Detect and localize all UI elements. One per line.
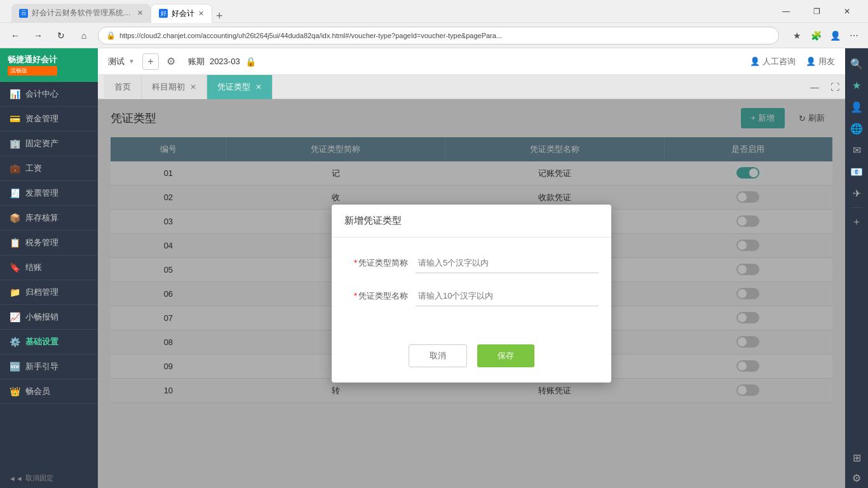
dashboard-icon: 📊 bbox=[9, 88, 20, 100]
header-settings-icon[interactable]: ⚙ bbox=[166, 55, 175, 67]
full-name-input[interactable] bbox=[416, 286, 599, 306]
rs-divider bbox=[850, 207, 863, 208]
tab-subject-close[interactable]: ✕ bbox=[190, 83, 196, 92]
sidebar-item-archive[interactable]: 📁 归档管理 bbox=[0, 280, 98, 305]
sidebar-item-label: 固定资产 bbox=[25, 138, 58, 149]
profile-icon[interactable]: 👤 bbox=[827, 28, 843, 43]
rs-search-icon[interactable]: 🔍 bbox=[846, 53, 867, 74]
sidebar-item-guide[interactable]: 🆕 新手引导 bbox=[0, 355, 98, 379]
tab2-favicon: 好 bbox=[159, 9, 168, 18]
more-icon[interactable]: ⋯ bbox=[846, 28, 862, 43]
new-tab-button[interactable]: + bbox=[216, 10, 223, 23]
consult-icon: 👤 bbox=[750, 57, 760, 66]
tab-home-label: 首页 bbox=[114, 81, 131, 93]
rs-add-icon[interactable]: ＋ bbox=[846, 212, 867, 232]
right-panel: 测试 ▼ + ⚙ 账期 2023-03 🔒 👤 人工咨询 👤 用友 bbox=[98, 48, 845, 488]
sidebar-item-tax[interactable]: 📋 税务管理 bbox=[0, 231, 98, 255]
sidebar-item-settings[interactable]: ⚙️ 基础设置 bbox=[0, 330, 98, 355]
sidebar-item-label: 库存核算 bbox=[25, 212, 58, 224]
sidebar-item-invoice[interactable]: 🧾 发票管理 bbox=[0, 181, 98, 206]
tab2-title: 好会计 bbox=[172, 8, 194, 19]
sidebar-item-fixed-assets[interactable]: 🏢 固定资产 bbox=[0, 132, 98, 156]
full-name-label: *凭证类型名称 bbox=[344, 290, 408, 302]
rs-settings-bottom-icon[interactable]: ⚙ bbox=[846, 468, 867, 488]
sidebar-item-salary[interactable]: 💼 工资 bbox=[0, 156, 98, 181]
dialog-footer: 取消 保存 bbox=[332, 334, 611, 383]
tab-maximize-button[interactable]: ⛶ bbox=[825, 77, 845, 97]
period-lock-icon[interactable]: 🔒 bbox=[245, 57, 256, 67]
rs-outlook-icon[interactable]: 📧 bbox=[846, 161, 867, 182]
user-label: 用友 bbox=[818, 56, 835, 67]
user-icon: 👤 bbox=[806, 57, 816, 66]
forward-button[interactable]: → bbox=[29, 27, 47, 44]
tab-home[interactable]: 首页 bbox=[104, 75, 142, 99]
rs-mail-icon[interactable]: ✉ bbox=[846, 140, 867, 160]
browser-tab-2[interactable]: 好 好会计 ✕ bbox=[151, 4, 212, 23]
tab-subject[interactable]: 科目期初 ✕ bbox=[142, 75, 207, 99]
tab-subject-label: 科目期初 bbox=[152, 81, 185, 93]
browser-title-bar: 云 好会计云财务软件管理系统_会计 ✕ 好 好会计 ✕ + — ❐ ✕ bbox=[0, 0, 868, 23]
tab1-close[interactable]: ✕ bbox=[137, 9, 143, 17]
company-selector[interactable]: 测试 ▼ bbox=[108, 56, 135, 67]
rs-user-icon[interactable]: 👤 bbox=[846, 97, 867, 117]
address-bar: ← → ↻ ⌂ 🔒 https://cloud2.chanjet.com/acc… bbox=[0, 23, 868, 48]
close-button[interactable]: ✕ bbox=[832, 0, 862, 23]
cancel-button[interactable]: 取消 bbox=[409, 344, 467, 367]
save-button[interactable]: 保存 bbox=[477, 344, 534, 367]
right-sidebar: 🔍 ★ 👤 🌐 ✉ 📧 ✈ ＋ ⊞ ⚙ bbox=[845, 48, 868, 488]
tab-voucher-type[interactable]: 凭证类型 ✕ bbox=[207, 75, 273, 99]
add-company-button[interactable]: + bbox=[142, 53, 159, 70]
unpin-icon: ◄◄ bbox=[9, 475, 23, 482]
form-row-short: *凭证类型简称 bbox=[344, 253, 599, 273]
home-button[interactable]: ⌂ bbox=[75, 27, 93, 44]
consult-label: 人工咨询 bbox=[763, 56, 796, 67]
sidebar-item-label: 发票管理 bbox=[25, 187, 58, 199]
sidebar-item-label: 会计中心 bbox=[25, 88, 58, 100]
dialog-body: *凭证类型简称 *凭证类型名称 bbox=[332, 238, 611, 334]
report-icon: 📈 bbox=[9, 311, 20, 323]
sidebar-item-dashboard[interactable]: 📊 会计中心 bbox=[0, 82, 98, 107]
settings-icon: ⚙️ bbox=[9, 336, 20, 348]
unpin-button[interactable]: ◄◄ 取消固定 bbox=[0, 468, 98, 488]
tab-voucher-type-close[interactable]: ✕ bbox=[255, 83, 262, 92]
consult-button[interactable]: 👤 人工咨询 bbox=[750, 56, 796, 67]
fixed-assets-icon: 🏢 bbox=[9, 138, 20, 149]
address-input[interactable]: 🔒 https://cloud2.chanjet.com/accounting/… bbox=[98, 27, 779, 44]
tab-minimize-button[interactable]: — bbox=[804, 77, 825, 97]
member-icon: 👑 bbox=[9, 386, 20, 397]
short-name-input[interactable] bbox=[416, 253, 599, 273]
sidebar-item-settlement[interactable]: 🔖 结账 bbox=[0, 255, 98, 280]
favorites-icon[interactable]: ★ bbox=[789, 28, 804, 43]
sidebar-item-label: 归档管理 bbox=[25, 287, 58, 298]
sidebar-item-member[interactable]: 👑 畅会员 bbox=[0, 379, 98, 404]
sidebar-item-inventory[interactable]: 📦 库存核算 bbox=[0, 206, 98, 231]
invoice-icon: 🧾 bbox=[9, 187, 20, 199]
rs-grid-icon[interactable]: ⊞ bbox=[846, 447, 867, 468]
tab-voucher-type-label: 凭证类型 bbox=[217, 81, 250, 93]
sidebar-item-capital[interactable]: 💳 资金管理 bbox=[0, 107, 98, 132]
tab1-title: 好会计云财务软件管理系统_会计 bbox=[32, 8, 133, 18]
rs-favorites-icon[interactable]: ★ bbox=[846, 75, 867, 95]
unpin-label: 取消固定 bbox=[25, 473, 53, 483]
settlement-icon: 🔖 bbox=[9, 262, 20, 273]
browser-tab-1[interactable]: 云 好会计云财务软件管理系统_会计 ✕ bbox=[11, 4, 151, 23]
tab2-close[interactable]: ✕ bbox=[198, 10, 204, 18]
logo-text: 畅捷通好会计 bbox=[8, 55, 57, 65]
minimize-button[interactable]: — bbox=[771, 0, 801, 23]
sidebar-logo[interactable]: 畅捷通好会计 流畅版 bbox=[0, 48, 98, 82]
reload-button[interactable]: ↻ bbox=[52, 27, 70, 44]
maximize-button[interactable]: ❐ bbox=[802, 0, 831, 23]
tab-controls: — ⛶ bbox=[804, 77, 845, 97]
sidebar-item-label: 畅会员 bbox=[25, 386, 50, 397]
company-dropdown-icon: ▼ bbox=[128, 58, 135, 65]
user-button[interactable]: 👤 用友 bbox=[806, 56, 835, 67]
rs-plane-icon[interactable]: ✈ bbox=[846, 183, 867, 203]
sidebar-item-label: 税务管理 bbox=[25, 237, 58, 248]
address-text: https://cloud2.chanjet.com/accounting/uh… bbox=[119, 32, 502, 39]
modal-overlay: 新增凭证类型 *凭证类型简称 *凭证类型名称 bbox=[98, 99, 845, 488]
rs-globe-icon[interactable]: 🌐 bbox=[846, 118, 867, 139]
extensions-icon[interactable]: 🧩 bbox=[808, 28, 824, 43]
guide-icon: 🆕 bbox=[9, 361, 20, 372]
sidebar-item-report[interactable]: 📈 小畅报销 bbox=[0, 305, 98, 330]
back-button[interactable]: ← bbox=[6, 27, 24, 44]
